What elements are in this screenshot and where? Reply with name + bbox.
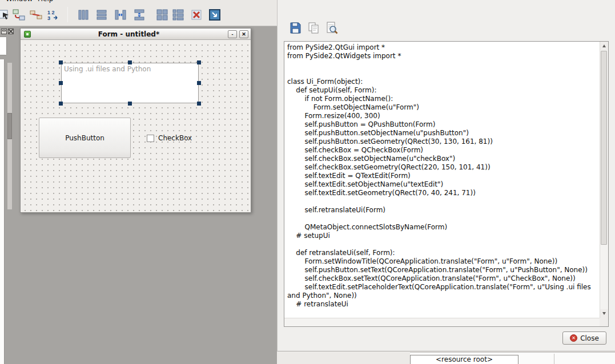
break-layout-icon[interactable] [189, 7, 204, 22]
dock-float-icon[interactable] [1, 29, 7, 34]
textedit-input[interactable] [61, 63, 199, 103]
view-code-dialog: from PySide2.QtGui import * from PySide2… [277, 0, 615, 351]
pushbutton-widget[interactable]: PushButton [39, 118, 131, 158]
minimize-button[interactable]: - [228, 30, 237, 38]
layout-grid-icon[interactable] [155, 7, 170, 22]
adjust-size-icon[interactable] [207, 7, 222, 22]
horizontal-scrollbar[interactable] [284, 318, 600, 326]
layout-horizontal-icon[interactable] [76, 7, 91, 22]
selection-handle[interactable] [197, 60, 201, 64]
selection-handle[interactable] [197, 81, 201, 85]
code-view[interactable]: from PySide2.QtGui import * from PySide2… [284, 41, 609, 327]
scroll-down-icon[interactable] [600, 309, 608, 318]
widgetbox-filter-edge [0, 37, 7, 55]
checkbox-widget[interactable]: CheckBox [147, 134, 192, 143]
close-dialog-button[interactable]: ✕ Close [562, 331, 606, 345]
selection-handle[interactable] [59, 60, 63, 64]
svg-text:3: 3 [47, 15, 50, 21]
scrollbar-corner [600, 318, 608, 326]
resource-browser: <resource root> [410, 352, 615, 364]
find-icon[interactable] [324, 21, 339, 35]
save-icon[interactable] [288, 21, 303, 35]
selection-handle[interactable] [59, 81, 63, 85]
close-button-label: Close [580, 334, 599, 342]
edit-buddies-icon[interactable] [29, 7, 43, 22]
resource-panel-divider [554, 354, 554, 364]
scroll-up-icon[interactable] [600, 42, 608, 50]
textedit-widget[interactable] [61, 63, 199, 103]
edit-tab-order-icon[interactable]: 1 23 [46, 7, 61, 22]
widgetbox-panel-edge [0, 59, 5, 364]
dock-close-icon[interactable] [8, 29, 14, 34]
menu-help[interactable]: Help [38, 0, 53, 3]
form-canvas[interactable]: PushButton CheckBox [21, 40, 251, 212]
selection-handle[interactable] [128, 102, 132, 106]
resource-root-item[interactable]: <resource root> [410, 355, 518, 364]
checkbox-label: CheckBox [158, 134, 192, 142]
form-designer-window[interactable]: Form - untitled* - ✕ PushButton CheckBox [20, 28, 251, 213]
vertical-scrollbar-thumb[interactable] [601, 51, 607, 245]
widgetbox-scrollbar-thumb[interactable] [7, 113, 12, 139]
menu-bar: Window Help [0, 0, 274, 3]
form-window-title: Form - untitled* [32, 30, 226, 38]
selection-handle[interactable] [197, 102, 201, 106]
resource-root-label: <resource root> [436, 355, 493, 363]
edit-widgets-icon[interactable] [0, 7, 11, 22]
close-x-icon: ✕ [570, 334, 577, 342]
selection-handle[interactable] [59, 102, 63, 106]
layout-horizontal-splitter-icon[interactable] [113, 7, 128, 22]
form-file-icon [24, 31, 31, 38]
svg-text:1 2: 1 2 [47, 10, 55, 15]
layout-form-icon[interactable] [171, 7, 186, 22]
selection-handle[interactable] [128, 60, 132, 64]
vertical-scrollbar[interactable] [600, 42, 608, 318]
layout-vertical-splitter-icon[interactable] [132, 7, 147, 22]
checkbox-indicator[interactable] [147, 135, 154, 142]
code-text: from PySide2.QtGui import * from PySide2… [284, 42, 600, 318]
menu-window[interactable]: Window [6, 0, 33, 3]
window-close-button[interactable]: ✕ [239, 30, 248, 38]
toolbar-separator [67, 7, 68, 22]
copy-icon[interactable] [306, 21, 321, 35]
layout-vertical-icon[interactable] [94, 7, 109, 22]
form-window-titlebar[interactable]: Form - untitled* - ✕ [21, 29, 251, 40]
edit-signals-slots-icon[interactable] [11, 7, 26, 22]
